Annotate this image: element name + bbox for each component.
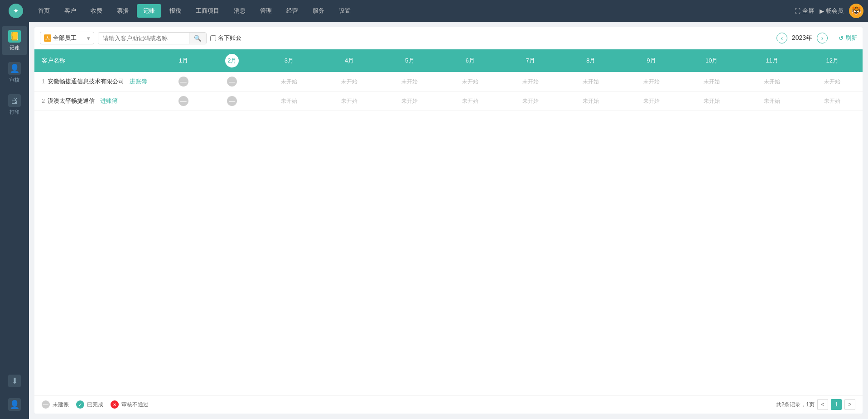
status-not-started: 未开始 xyxy=(401,78,418,85)
status-not-started: 未开始 xyxy=(522,98,539,104)
nav-fees[interactable]: 收费 xyxy=(84,4,109,18)
month-circle-feb: 2月 xyxy=(225,54,239,67)
sidebar-user[interactable]: 👤 xyxy=(2,395,27,414)
legend-rejected-label: 审核不通过 xyxy=(121,401,149,409)
month-cell-9[interactable]: 未开始 xyxy=(621,72,681,92)
month-cell-1[interactable]: — xyxy=(161,92,205,111)
page-next-button[interactable]: > xyxy=(844,399,855,410)
refresh-button[interactable]: ↺ 刷新 xyxy=(839,34,857,42)
month-cell-12[interactable]: 未开始 xyxy=(802,92,863,111)
month-cell-8[interactable]: 未开始 xyxy=(561,72,621,92)
status-circle-dash: — xyxy=(178,77,188,87)
status-circle-dash: — xyxy=(227,77,237,87)
nav-settings[interactable]: 设置 xyxy=(333,4,357,18)
user-icon: 👤 xyxy=(8,398,21,411)
month-cell-11[interactable]: 未开始 xyxy=(742,92,802,111)
status-not-started: 未开始 xyxy=(704,78,720,85)
status-not-started: 未开始 xyxy=(704,98,720,104)
legend-not-built: — 未建账 xyxy=(42,400,69,409)
sidebar-download[interactable]: ⬇ xyxy=(2,371,27,391)
month-cell-7[interactable]: 未开始 xyxy=(500,92,560,111)
col-jan: 1月 xyxy=(161,49,205,72)
month-cell-8[interactable]: 未开始 xyxy=(561,92,621,111)
month-cell-12[interactable]: 未开始 xyxy=(802,72,863,92)
nav-bookkeeping[interactable]: 记账 xyxy=(137,4,161,18)
year-text: 2023年 xyxy=(792,34,812,42)
employee-label: 全部员工 xyxy=(53,34,77,42)
month-cell-2[interactable]: — xyxy=(205,72,259,92)
chevron-down-icon: ▾ xyxy=(87,35,90,42)
status-not-started: 未开始 xyxy=(462,78,478,85)
sidebar-audit-label: 审核 xyxy=(10,77,19,83)
month-cell-3[interactable]: 未开始 xyxy=(259,92,319,111)
filter-label: 名下账套 xyxy=(218,34,241,42)
status-not-started: 未开始 xyxy=(341,98,357,104)
year-prev-button[interactable]: ‹ xyxy=(776,33,787,43)
status-not-started: 未开始 xyxy=(583,78,599,85)
month-cell-5[interactable]: 未开始 xyxy=(380,72,440,92)
refresh-icon: ↺ xyxy=(839,35,844,42)
page-prev-button[interactable]: < xyxy=(817,399,828,410)
month-cell-7[interactable]: 未开始 xyxy=(500,72,560,92)
month-cell-4[interactable]: 未开始 xyxy=(319,72,380,92)
month-cell-3[interactable]: 未开始 xyxy=(259,72,319,92)
nav-service[interactable]: 服务 xyxy=(306,4,331,18)
month-cell-4[interactable]: 未开始 xyxy=(319,92,380,111)
month-cell-10[interactable]: 未开始 xyxy=(681,72,742,92)
content-area: 人 全部员工 ▾ 🔍 名下账套 ‹ 2023年 › xyxy=(29,22,868,419)
nav-customer[interactable]: 客户 xyxy=(58,4,82,18)
status-not-started: 未开始 xyxy=(764,98,780,104)
footer: — 未建账 ✓ 已完成 ✕ 审核不通过 共2条记录，1 xyxy=(34,395,863,414)
fullscreen-button[interactable]: ⛶ 全屏 xyxy=(795,7,814,15)
nav-bills[interactable]: 票据 xyxy=(111,4,135,18)
nav-messages[interactable]: 消息 xyxy=(227,4,252,18)
sidebar-bottom: ⬇ 👤 xyxy=(2,371,27,414)
status-not-started: 未开始 xyxy=(281,78,297,85)
nav-operations[interactable]: 经营 xyxy=(280,4,304,18)
row-number: 2 xyxy=(42,97,45,104)
sidebar-item-print[interactable]: 🖨 打印 xyxy=(2,91,27,119)
filter-checkbox-input[interactable] xyxy=(210,35,216,41)
nav-home[interactable]: 首页 xyxy=(32,4,56,18)
filter-checkbox[interactable]: 名下账套 xyxy=(210,34,241,42)
status-not-started: 未开始 xyxy=(401,98,418,104)
sidebar-item-bookkeeping[interactable]: 📒 记账 xyxy=(2,26,27,55)
month-cell-11[interactable]: 未开始 xyxy=(742,72,802,92)
row-number: 1 xyxy=(42,78,45,85)
search-input[interactable] xyxy=(98,33,189,44)
month-cell-1[interactable]: — xyxy=(161,72,205,92)
status-not-started: 未开始 xyxy=(583,98,599,104)
customer-name: 安徽畅捷通信息技术有限公司 xyxy=(48,78,124,85)
employee-select[interactable]: 人 全部员工 ▾ xyxy=(40,32,94,44)
logo: ✦ xyxy=(5,4,27,18)
year-next-button[interactable]: › xyxy=(817,33,828,43)
nav-items: 首页 客户 收费 票据 记账 报税 工商项目 消息 管理 经营 服务 设置 xyxy=(32,4,795,18)
member-button[interactable]: ▶ 畅会员 xyxy=(820,7,844,15)
month-cell-9[interactable]: 未开始 xyxy=(621,92,681,111)
print-icon: 🖨 xyxy=(8,94,21,107)
member-icon: ▶ xyxy=(820,8,824,14)
member-label: 畅会员 xyxy=(826,7,844,15)
status-not-started: 未开始 xyxy=(462,98,478,104)
legend-completed-label: 已完成 xyxy=(87,401,103,409)
search-button[interactable]: 🔍 xyxy=(189,33,206,44)
month-cell-10[interactable]: 未开始 xyxy=(681,92,742,111)
page-current-button[interactable]: 1 xyxy=(831,399,842,410)
month-cell-2[interactable]: — xyxy=(205,92,259,111)
col-sep: 9月 xyxy=(621,49,681,72)
avatar[interactable]: 🐯 xyxy=(849,4,863,18)
enter-ledger-link[interactable]: 进账簿 xyxy=(100,97,118,104)
enter-ledger-link[interactable]: 进账簿 xyxy=(130,78,147,85)
col-dec: 12月 xyxy=(802,49,863,72)
status-not-started: 未开始 xyxy=(643,98,660,104)
sidebar-item-audit[interactable]: 👤 审核 xyxy=(2,58,27,87)
month-cell-6[interactable]: 未开始 xyxy=(440,72,500,92)
nav-business[interactable]: 工商项目 xyxy=(189,4,226,18)
customer-cell: 1安徽畅捷通信息技术有限公司 进账簿 xyxy=(34,72,161,92)
month-cell-6[interactable]: 未开始 xyxy=(440,92,500,111)
main-table: 客户名称 1月 2月 3月 4月 5月 6月 7月 8月 9月 10月 11月 xyxy=(34,49,863,111)
nav-tax[interactable]: 报税 xyxy=(163,4,188,18)
nav-manage[interactable]: 管理 xyxy=(254,4,278,18)
month-cell-5[interactable]: 未开始 xyxy=(380,92,440,111)
status-not-started: 未开始 xyxy=(824,98,840,104)
